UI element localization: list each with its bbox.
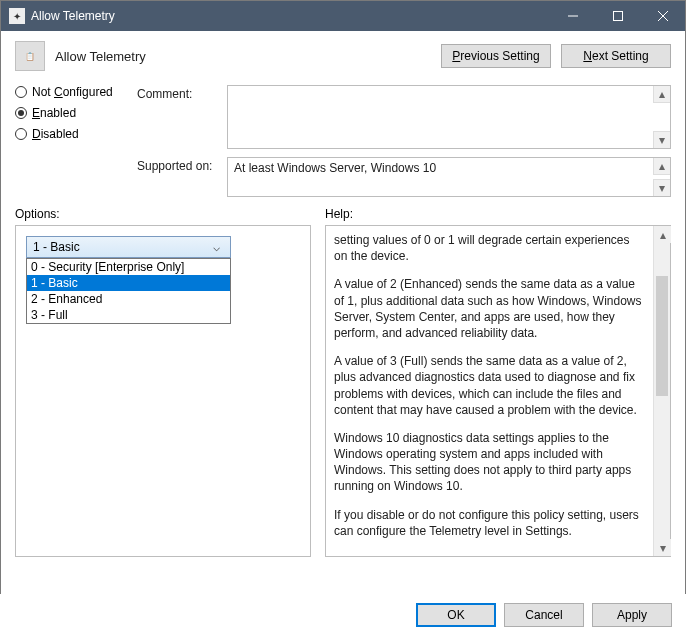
radio-icon <box>15 86 27 98</box>
help-label: Help: <box>325 207 671 221</box>
telemetry-level-combo[interactable]: 1 - Basic ⌵ 0 - Security [Enterprise Onl… <box>26 236 231 258</box>
page-title: Allow Telemetry <box>55 49 431 64</box>
help-p1: setting values of 0 or 1 will degrade ce… <box>334 232 645 264</box>
scrollbar-thumb[interactable] <box>656 276 668 396</box>
titlebar: ✦ Allow Telemetry <box>1 1 685 31</box>
combo-display[interactable]: 1 - Basic ⌵ <box>26 236 231 258</box>
comment-label: Comment: <box>137 85 217 149</box>
minimize-button[interactable] <box>550 1 595 31</box>
config-section: Not Configured Enabled Disabled Comment:… <box>1 77 685 201</box>
window-title: Allow Telemetry <box>31 9 550 23</box>
help-p2: A value of 2 (Enhanced) sends the same d… <box>334 276 645 341</box>
radio-label: Disabled <box>32 127 79 141</box>
help-scrollbar[interactable]: ▴ ▾ <box>653 226 670 556</box>
radio-enabled[interactable]: Enabled <box>15 106 123 120</box>
apply-button[interactable]: Apply <box>592 603 672 627</box>
supported-on-box: At least Windows Server, Windows 10 ▴ ▾ <box>227 157 671 197</box>
combo-item-1[interactable]: 1 - Basic <box>27 275 230 291</box>
chevron-down-icon: ⌵ <box>208 240 224 254</box>
radio-label: Enabled <box>32 106 76 120</box>
scroll-up-icon[interactable]: ▴ <box>653 86 670 103</box>
scroll-up-icon[interactable]: ▴ <box>654 226 671 243</box>
supported-value: At least Windows Server, Windows 10 <box>234 161 436 175</box>
minimize-icon <box>568 11 578 21</box>
next-setting-button[interactable]: Next Setting <box>561 44 671 68</box>
comment-textarea[interactable]: ▴ ▾ <box>227 85 671 149</box>
help-p5: If you disable or do not configure this … <box>334 507 645 539</box>
previous-setting-button[interactable]: Previous Setting <box>441 44 551 68</box>
radio-icon <box>15 128 27 140</box>
cancel-button[interactable]: Cancel <box>504 603 584 627</box>
supported-label: Supported on: <box>137 157 217 197</box>
panel-labels: Options: Help: <box>1 201 685 221</box>
panels: 1 - Basic ⌵ 0 - Security [Enterprise Onl… <box>1 221 685 557</box>
radio-disabled[interactable]: Disabled <box>15 127 123 141</box>
help-text: setting values of 0 or 1 will degrade ce… <box>326 226 653 556</box>
radio-not-configured[interactable]: Not Configured <box>15 85 123 99</box>
combo-selected-text: 1 - Basic <box>33 240 208 254</box>
radio-label: Not Configured <box>32 85 113 99</box>
app-icon: ✦ <box>9 8 25 24</box>
supported-row: Supported on: At least Windows Server, W… <box>137 157 671 197</box>
maximize-button[interactable] <box>595 1 640 31</box>
ok-button[interactable]: OK <box>416 603 496 627</box>
maximize-icon <box>613 11 623 21</box>
combo-dropdown-list: 0 - Security [Enterprise Only] 1 - Basic… <box>26 258 231 324</box>
options-label: Options: <box>15 207 311 221</box>
field-column: Comment: ▴ ▾ Supported on: At least Wind… <box>137 85 671 197</box>
combo-item-2[interactable]: 2 - Enhanced <box>27 291 230 307</box>
svg-rect-1 <box>613 12 622 21</box>
help-p3: A value of 3 (Full) sends the same data … <box>334 353 645 418</box>
close-button[interactable] <box>640 1 685 31</box>
footer: OK Cancel Apply <box>0 594 686 636</box>
comment-row: Comment: ▴ ▾ <box>137 85 671 149</box>
help-p4: Windows 10 diagnostics data settings app… <box>334 430 645 495</box>
combo-item-0[interactable]: 0 - Security [Enterprise Only] <box>27 259 230 275</box>
scroll-down-icon[interactable]: ▾ <box>653 131 670 148</box>
scroll-down-icon[interactable]: ▾ <box>653 179 670 196</box>
header: 📋 Allow Telemetry Previous Setting Next … <box>1 31 685 77</box>
state-radios: Not Configured Enabled Disabled <box>15 85 123 197</box>
radio-icon <box>15 107 27 119</box>
combo-item-3[interactable]: 3 - Full <box>27 307 230 323</box>
scroll-down-icon[interactable]: ▾ <box>654 539 671 556</box>
close-icon <box>658 11 668 21</box>
options-panel: 1 - Basic ⌵ 0 - Security [Enterprise Onl… <box>15 225 311 557</box>
help-panel: setting values of 0 or 1 will degrade ce… <box>325 225 671 557</box>
policy-icon: 📋 <box>15 41 45 71</box>
scroll-up-icon[interactable]: ▴ <box>653 158 670 175</box>
